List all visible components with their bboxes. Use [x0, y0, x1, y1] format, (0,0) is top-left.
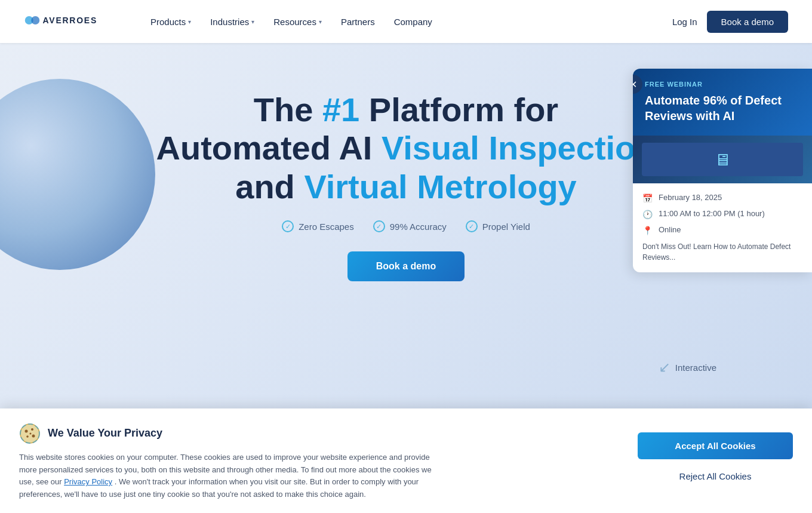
navigation: AVERROES Products ▾ Industries ▾ Resourc… — [0, 0, 812, 43]
chevron-down-icon: ▾ — [251, 19, 254, 25]
badge-zero-escapes: ✓ Zero Escapes — [282, 220, 354, 232]
webinar-thumbnail: 🖥 — [633, 136, 812, 183]
cookie-banner: We Value Your Privacy This website store… — [0, 408, 812, 513]
nav-links: Products ▾ Industries ▾ Resources ▾ Part… — [143, 12, 672, 32]
webinar-header: FREE WEBINAR Automate 96% of Defect Revi… — [633, 69, 812, 136]
check-icon: ✓ — [282, 220, 294, 232]
logo[interactable]: AVERROES — [24, 12, 107, 31]
accept-cookies-button[interactable]: Accept All Cookies — [638, 432, 793, 459]
nav-products[interactable]: Products ▾ — [143, 12, 198, 32]
webinar-date-detail: 📅 February 18, 2025 — [642, 193, 802, 203]
nav-company[interactable]: Company — [387, 12, 439, 32]
check-icon: ✓ — [466, 220, 478, 232]
cookie-header: We Value Your Privacy — [19, 423, 619, 444]
nav-industries[interactable]: Industries ▾ — [203, 12, 262, 32]
svg-point-1 — [31, 16, 39, 24]
webinar-description: Don't Miss Out! Learn How to Automate De… — [642, 241, 802, 263]
svg-point-4 — [25, 429, 28, 432]
svg-point-8 — [30, 432, 32, 434]
webinar-location-detail: 📍 Online — [642, 225, 802, 235]
hero-cta-button[interactable]: Book a demo — [347, 251, 465, 281]
nav-resources[interactable]: Resources ▾ — [266, 12, 329, 32]
hero-sphere-decoration — [0, 79, 155, 270]
svg-text:AVERROES: AVERROES — [43, 16, 98, 25]
svg-point-7 — [26, 435, 29, 438]
chevron-down-icon: ▾ — [188, 19, 191, 25]
calendar-icon: 📅 — [642, 193, 653, 203]
privacy-policy-link[interactable]: Privacy Policy — [64, 477, 112, 486]
clock-icon: 🕐 — [642, 210, 653, 219]
nav-partners[interactable]: Partners — [334, 12, 382, 32]
cookie-text: This website stores cookies on your comp… — [19, 451, 437, 501]
webinar-tag: FREE WEBINAR — [645, 81, 800, 88]
nav-actions: Log In Book a demo — [672, 11, 788, 33]
check-icon: ✓ — [373, 220, 385, 232]
cookie-actions: Accept All Cookies Reject All Cookies — [638, 432, 793, 487]
reject-cookies-button[interactable]: Reject All Cookies — [638, 465, 793, 487]
webinar-body: 📅 February 18, 2025 🕐 11:00 AM to 12:00 … — [633, 183, 812, 272]
login-link[interactable]: Log In — [672, 17, 697, 27]
location-icon: 📍 — [642, 226, 653, 235]
arrow-icon: ↙ — [659, 359, 670, 376]
book-demo-button[interactable]: Book a demo — [707, 11, 788, 33]
svg-point-6 — [32, 434, 35, 437]
hero-title: The #1 Platform for Automated AI Visual … — [156, 91, 656, 206]
svg-point-5 — [31, 428, 33, 431]
hero-badges: ✓ Zero Escapes ✓ 99% Accuracy ✓ Propel Y… — [282, 220, 530, 232]
badge-accuracy: ✓ 99% Accuracy — [373, 220, 447, 232]
interactive-label: ↙ Interactive — [659, 359, 716, 376]
monitor-icon: 🖥 — [714, 150, 731, 170]
webinar-panel: ✕ FREE WEBINAR Automate 96% of Defect Re… — [633, 69, 812, 272]
cookie-title: We Value Your Privacy — [48, 427, 162, 440]
webinar-time-detail: 🕐 11:00 AM to 12:00 PM (1 hour) — [642, 209, 802, 219]
webinar-title: Automate 96% of Defect Reviews with AI — [645, 93, 800, 124]
badge-yield: ✓ Propel Yield — [466, 220, 530, 232]
cookie-icon — [19, 423, 41, 444]
chevron-down-icon: ▾ — [319, 19, 322, 25]
